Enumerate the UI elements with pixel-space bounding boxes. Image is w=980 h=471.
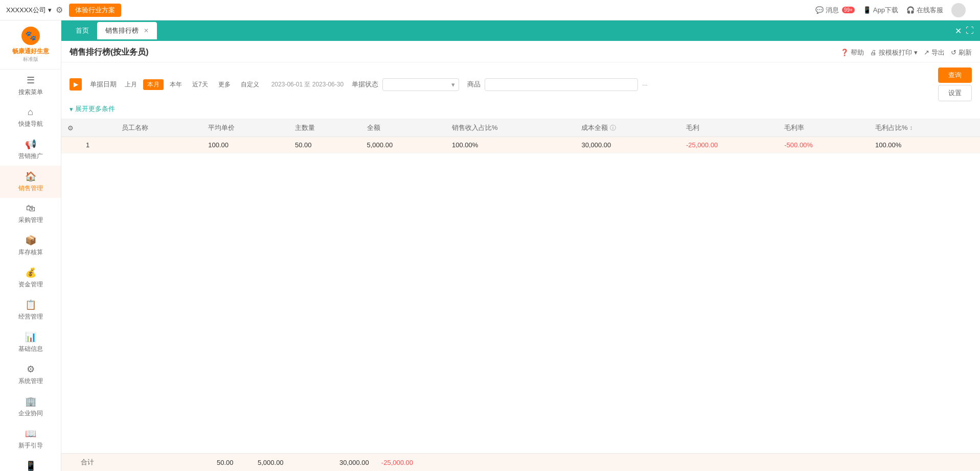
sidebar-logo: 🐾 畅康通好生意 标准版 (0, 20, 61, 70)
tab-bar-right: ✕ ⛶ (955, 26, 974, 36)
date-label: 单据日期 (90, 80, 117, 89)
footer-amount: 5,000.00 (252, 459, 292, 466)
th-gross-rate: 毛利率 (778, 119, 869, 137)
sidebar-item-marketing[interactable]: 📢 营销推广 (0, 133, 61, 166)
app-download-label: App下载 (873, 6, 898, 15)
sidebar-item-system[interactable]: ⚙ 系统管理 (0, 358, 61, 391)
sidebar-logo-sub: 标准版 (23, 56, 38, 63)
sidebar-item-inventory[interactable]: 📦 库存核算 (0, 230, 61, 262)
trial-button[interactable]: 体验行业方案 (69, 4, 121, 17)
date-tab-more[interactable]: 更多 (214, 79, 235, 90)
sidebar-label-sales: 销售管理 (18, 184, 43, 193)
cost-info-icon[interactable]: ⓘ (610, 124, 616, 131)
tab-sales-rank-label: 销售排行榜 (105, 26, 139, 35)
goods-input[interactable] (485, 78, 638, 91)
date-filter: 单据日期 上月 本月 本年 近7天 更多 自定义 (90, 79, 263, 90)
tab-close-icon[interactable]: ✕ (144, 27, 149, 34)
sidebar-item-guide[interactable]: 📖 新手引导 (0, 423, 61, 455)
sidebar-item-finance[interactable]: 💰 资金管理 (0, 262, 61, 294)
enterprise-icon: 🏢 (25, 396, 36, 407)
help-button[interactable]: ❓ 帮助 (840, 48, 864, 57)
sidebar-label-enterprise: 企业协同 (18, 409, 43, 418)
operations-icon: 📋 (25, 299, 36, 310)
help-icon: ❓ (840, 49, 849, 56)
sidebar-item-quick-nav[interactable]: ⌂ 快捷导航 (0, 102, 61, 133)
th-settings[interactable]: ⚙ (61, 119, 80, 137)
footer-main-qty: 50.00 (211, 459, 252, 466)
settings-button[interactable]: 设置 (938, 85, 972, 101)
template-print-button[interactable]: 🖨 按模板打印 ▾ (870, 48, 918, 57)
sidebar-item-enterprise[interactable]: 🏢 企业协同 (0, 391, 61, 423)
sidebar-item-app-center[interactable]: 📱 应用中心 (0, 455, 61, 471)
page-title: 销售排行榜(按业务员) (70, 47, 149, 58)
query-button[interactable]: 查询 (938, 68, 972, 83)
table-body: 1 100.00 50.00 5,000.00 100.00% 30,000.0… (61, 137, 980, 153)
refresh-button[interactable]: ↺ 刷新 (951, 48, 972, 57)
th-employee: 员工名称 (116, 119, 202, 137)
status-filter: 单据状态 (352, 78, 459, 91)
tab-home[interactable]: 首页 (67, 22, 97, 39)
footer-cost: 30,000.00 (333, 459, 375, 466)
gross-pct-info-icon[interactable]: ↕ (909, 124, 913, 131)
tab-expand-icon[interactable]: ⛶ (966, 26, 974, 36)
td-rank: 1 (80, 137, 116, 153)
message-group[interactable]: 💬 消息 99+ (815, 6, 855, 15)
filter-expand-arrow[interactable]: ▶ (70, 78, 82, 91)
page-actions: ❓ 帮助 🖨 按模板打印 ▾ ↗ 导出 ↺ 刷新 (840, 48, 972, 57)
sidebar-item-sales[interactable]: 🏠 销售管理 (0, 166, 61, 198)
message-badge: 99+ (842, 7, 855, 13)
sidebar-item-operations[interactable]: 📋 经营管理 (0, 294, 61, 326)
app-download-group[interactable]: 📱 App下载 (863, 6, 898, 15)
filter-bar: ▶ 单据日期 上月 本月 本年 近7天 更多 自定义 (61, 62, 980, 119)
goods-filter: 商品 ··· (467, 78, 648, 91)
table-footer: 合计 50.00 5,000.00 30,000.00 -25,000.00 (61, 453, 980, 471)
top-bar: XXXXXX公司 ▾ ⚙ 体验行业方案 💬 消息 99+ 📱 App下载 🎧 在… (0, 0, 980, 20)
date-tab-custom[interactable]: 自定义 (237, 79, 263, 90)
date-tab-this-month[interactable]: 本月 (143, 79, 164, 90)
page-header: 销售排行榜(按业务员) ❓ 帮助 🖨 按模板打印 ▾ ↗ 导出 (61, 41, 980, 62)
avatar[interactable] (951, 3, 966, 17)
date-range-group: 2023-06-01 至 2023-06-30 (271, 80, 344, 89)
tab-sales-rank[interactable]: 销售排行榜 ✕ (97, 22, 157, 39)
th-rank (80, 119, 116, 137)
company-selector[interactable]: XXXXXX公司 ▾ (6, 6, 52, 15)
sidebar-label-guide: 新手引导 (18, 441, 43, 450)
date-range-text: 2023-06-01 至 2023-06-30 (271, 80, 344, 89)
sidebar-label-purchase: 采购管理 (18, 216, 43, 225)
sidebar-label-inventory: 库存核算 (18, 248, 43, 257)
date-tab-this-year[interactable]: 本年 (166, 79, 186, 90)
expand-conditions-button[interactable]: ▾ 展开更多条件 (70, 104, 972, 114)
basic-info-icon: 📊 (25, 331, 36, 343)
message-icon: 💬 (815, 6, 824, 14)
status-select-wrap (382, 78, 459, 91)
message-label: 消息 (826, 6, 839, 15)
gear-icon[interactable]: ⚙ (56, 5, 63, 15)
print-dropdown-icon: ▾ (914, 49, 918, 56)
tab-close-all-icon[interactable]: ✕ (955, 26, 962, 36)
status-label: 单据状态 (352, 80, 378, 89)
date-tab-last-month[interactable]: 上月 (121, 79, 141, 90)
table-header-row: ⚙ 员工名称 平均单价 主数量 全额 销售收入占比% 成本全额 ⓘ 毛利 (61, 119, 980, 137)
content-area: 首页 销售排行榜 ✕ ✕ ⛶ 销售排行榜(按业务员) ❓ 帮助 (61, 20, 980, 471)
th-cost: 成本全额 ⓘ (575, 119, 679, 137)
status-select[interactable] (382, 78, 459, 91)
online-service-group[interactable]: 🎧 在线客服 (906, 6, 943, 15)
th-sales-pct: 销售收入占比% (446, 119, 575, 137)
page-content: 销售排行榜(按业务员) ❓ 帮助 🖨 按模板打印 ▾ ↗ 导出 (61, 41, 980, 471)
filter-actions: 查询 设置 (938, 68, 972, 101)
sales-rank-table: ⚙ 员工名称 平均单价 主数量 全额 销售收入占比% 成本全额 ⓘ 毛利 (61, 119, 980, 153)
export-button[interactable]: ↗ 导出 (924, 48, 945, 57)
more-filters-icon[interactable]: ··· (642, 81, 648, 88)
help-label: 帮助 (851, 48, 864, 57)
td-gross-pct: 100.00% (869, 137, 980, 153)
sidebar-label-marketing: 营销推广 (18, 152, 43, 161)
sidebar-item-search[interactable]: ☰ 搜索菜单 (0, 70, 61, 102)
sidebar-item-basic-info[interactable]: 📊 基础信息 (0, 326, 61, 358)
sidebar-label-finance: 资金管理 (18, 280, 43, 289)
td-main-qty: 50.00 (289, 137, 361, 153)
template-print-label: 按模板打印 (879, 48, 912, 57)
inventory-icon: 📦 (25, 235, 36, 246)
sidebar-item-purchase[interactable]: 🛍 采购管理 (0, 198, 61, 230)
th-gross-pct: 毛利占比% ↕ (869, 119, 980, 137)
date-tab-last-7-days[interactable]: 近7天 (188, 79, 212, 90)
